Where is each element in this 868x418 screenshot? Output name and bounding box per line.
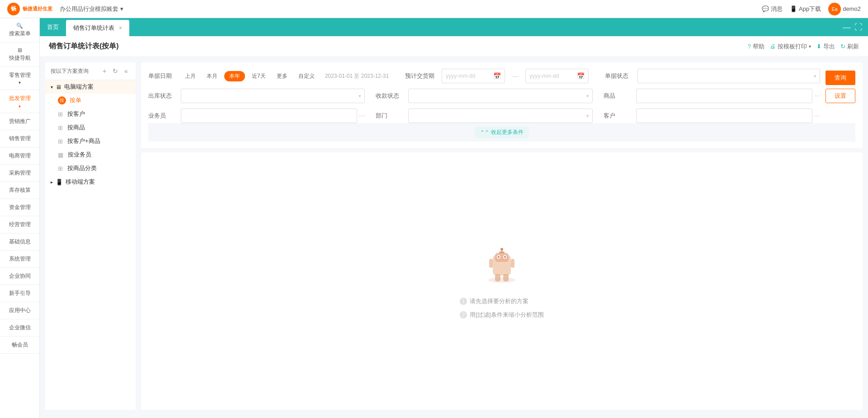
tree-item-by-goods[interactable]: ⊞ 按商品: [45, 121, 136, 134]
user-menu[interactable]: Ea demo2: [828, 3, 861, 15]
ship-status-select[interactable]: [181, 89, 365, 103]
sidebar-item-purchase[interactable]: 采购管理: [0, 165, 39, 182]
sidebar-item-app-center[interactable]: 应用中心: [0, 302, 39, 319]
sidebar-item-finance[interactable]: 资金管理: [0, 199, 39, 216]
filter-area: 单据日期 上月 本月 本年 近7天 更多 自定义 2023-01-01 至 20…: [141, 62, 863, 148]
tab-home[interactable]: 首页: [40, 18, 66, 36]
sidebar-item-enterprise[interactable]: 企业协同: [0, 268, 39, 285]
page-title: 销售订单统计表(按单): [49, 42, 119, 51]
tab-close-icon[interactable]: ×: [119, 25, 122, 31]
salesman-field: ···: [181, 109, 365, 123]
logo-icon: 畅: [7, 3, 20, 15]
sidebar-item-marketing[interactable]: 营销推广: [0, 113, 39, 130]
tip-num-1: 1: [460, 298, 467, 305]
ship-status-field: ▾: [181, 89, 365, 103]
sidebar-item-retail[interactable]: 零售管理 ▾: [0, 67, 39, 90]
left-panel-header: 按以下方案查询 + ↻ «: [45, 62, 136, 80]
grid-icon: ⊞: [58, 111, 63, 118]
filter-row-3: 业务员 ··· 部门 ▾: [148, 109, 820, 123]
filter-main-row: 单据日期 上月 本月 本年 近7天 更多 自定义 2023-01-01 至 20…: [148, 69, 855, 123]
customer-more-icon[interactable]: ···: [814, 112, 820, 120]
settings-button[interactable]: 设置: [826, 89, 855, 103]
goods-input[interactable]: [636, 89, 812, 103]
tab-bar: 首页 销售订单统计表 × — ⛶: [40, 18, 868, 36]
refresh-scheme-button[interactable]: ↻: [111, 67, 119, 75]
status-field: ▾: [637, 69, 820, 83]
calendar-icon: 📅: [493, 72, 501, 80]
last-month-btn[interactable]: 上月: [181, 71, 200, 81]
sidebar-item-system[interactable]: 系统管理: [0, 251, 39, 268]
goods-more-icon[interactable]: ···: [814, 92, 820, 100]
sidebar-item-member[interactable]: 畅会员: [0, 337, 39, 354]
tree-item-by-goods-category[interactable]: ⊞ 按商品分类: [45, 162, 136, 175]
empty-illustration: [479, 242, 524, 288]
svg-point-0: [488, 277, 515, 283]
export-icon: ⬇: [816, 43, 821, 50]
print-icon: 🖨: [770, 43, 776, 50]
tree-group-mobile[interactable]: ▸ 📱 移动端方案: [45, 175, 136, 189]
sidebar-item-basic[interactable]: 基础信息: [0, 233, 39, 251]
export-button[interactable]: ⬇ 导出: [816, 43, 835, 51]
message-icon: 💬: [762, 5, 769, 12]
grid-icon: ⊞: [58, 165, 63, 172]
chevron-up-icon: ⌃⌃: [480, 129, 489, 136]
query-button[interactable]: 查询: [826, 71, 855, 85]
filter-left: 单据日期 上月 本月 本年 近7天 更多 自定义 2023-01-01 至 20…: [148, 69, 820, 123]
filter-row-1: 单据日期 上月 本月 本年 近7天 更多 自定义 2023-01-01 至 20…: [148, 69, 820, 83]
salesman-more-icon[interactable]: ···: [359, 112, 365, 120]
expected-date-start[interactable]: yyyy-mm-dd 📅: [442, 69, 505, 83]
left-panel-actions: + ↻ «: [100, 67, 130, 75]
more-btn[interactable]: 更多: [273, 71, 292, 81]
salesman-input[interactable]: [181, 109, 357, 123]
tree-item-by-order[interactable]: 按 按单: [45, 94, 136, 107]
sidebar-item-ecom[interactable]: 电商管理: [0, 147, 39, 165]
status-select[interactable]: [637, 69, 820, 83]
payment-status-select[interactable]: [408, 89, 592, 103]
company-selector[interactable]: 办公用品行业模拟账套 ▾: [56, 5, 127, 13]
empty-state-area: 1 请先选择要分析的方案 2 用[过滤]条件来缩小分析范围: [141, 152, 863, 410]
this-year-btn[interactable]: 本年: [224, 71, 245, 81]
sidebar-item-wx[interactable]: 企业微信: [0, 319, 39, 337]
help-button[interactable]: ? 帮助: [748, 43, 764, 51]
svg-point-5: [498, 256, 500, 258]
tree-expand-icon: ▾: [51, 85, 53, 90]
print-button[interactable]: 🖨 按模板打印 ▾: [770, 43, 811, 51]
tab-minimize-icon[interactable]: —: [843, 23, 851, 32]
tree-expand-icon: ▸: [51, 180, 53, 185]
refresh-button[interactable]: ↻ 刷新: [840, 43, 859, 51]
customer-input[interactable]: [636, 109, 812, 123]
last7-btn[interactable]: 近7天: [248, 71, 270, 81]
customer-field: ···: [636, 109, 820, 123]
sidebar-item-quick-nav[interactable]: ⊞ 快捷导航: [0, 43, 39, 67]
tab-expand-icon[interactable]: ⛶: [854, 23, 863, 32]
collapse-panel-button[interactable]: «: [122, 67, 130, 75]
logo-area: 畅 畅捷通好生意: [7, 3, 52, 15]
sidebar-item-newbie[interactable]: 新手引导: [0, 285, 39, 302]
tree-item-by-customer-goods[interactable]: ⊞ 按客户+商品: [45, 134, 136, 148]
main-content: 按以下方案查询 + ↻ « ▾ 🖥 电脑端方案: [40, 57, 868, 415]
tree-group-pc[interactable]: ▾ 🖥 电脑端方案: [45, 80, 136, 94]
top-bar-right: 💬 消息 📱 App下载 Ea demo2: [762, 3, 861, 15]
chevron-up-icon: ▴: [19, 103, 21, 108]
department-select[interactable]: [408, 109, 592, 123]
sidebar-item-inventory[interactable]: 库存核算: [0, 182, 39, 199]
tree-item-by-customer[interactable]: ⊞ 按客户: [45, 107, 136, 121]
collapse-bar: ⌃⌃ 收起更多条件: [148, 123, 855, 142]
add-scheme-button[interactable]: +: [100, 67, 108, 75]
this-month-btn[interactable]: 本月: [203, 71, 222, 81]
sidebar-item-ops[interactable]: 经营管理: [0, 216, 39, 233]
sidebar-item-sales[interactable]: 销售管理: [0, 130, 39, 147]
help-icon: ?: [748, 43, 751, 50]
messages-button[interactable]: 💬 消息: [762, 5, 783, 13]
active-indicator: 按: [58, 96, 66, 104]
collapse-conditions-button[interactable]: ⌃⌃ 收起更多条件: [475, 127, 529, 138]
tree-item-by-salesman[interactable]: ▦ 按业务员: [45, 148, 136, 162]
tab-active[interactable]: 销售订单统计表 ×: [66, 20, 129, 36]
expected-date-end[interactable]: yyyy-mm-dd 📅: [525, 69, 589, 83]
svg-rect-11: [511, 259, 514, 268]
sidebar-item-search[interactable]: 🔍 搜索菜单: [0, 18, 39, 43]
sidebar-item-wholesale[interactable]: 批发管理 ▴: [0, 90, 39, 113]
date-buttons: 上月 本月 本年 近7天 更多 自定义 2023-01-01 至 2023-12…: [181, 71, 389, 81]
custom-btn[interactable]: 自定义: [294, 71, 319, 81]
app-download-button[interactable]: 📱 App下载: [790, 5, 821, 13]
